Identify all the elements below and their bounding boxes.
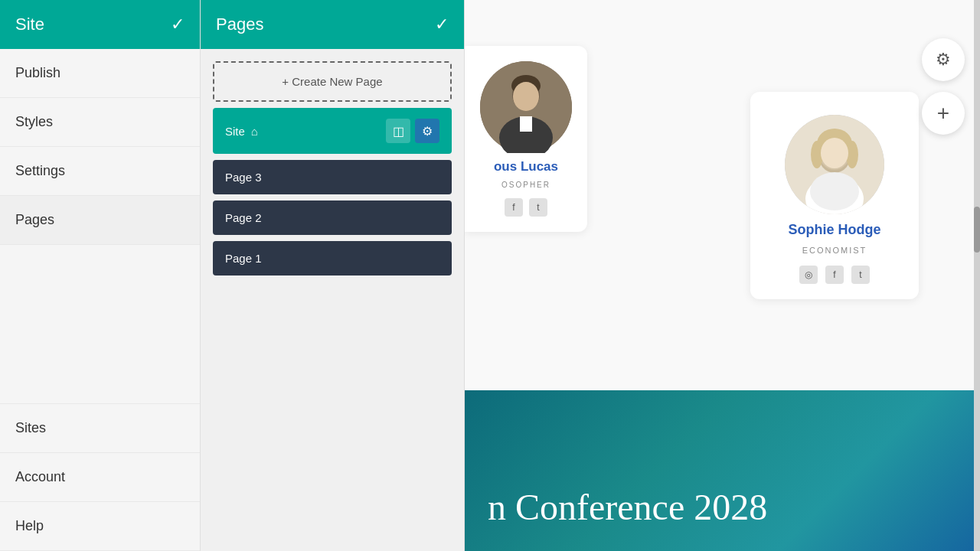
- sidebar-item-pages[interactable]: Pages: [0, 196, 200, 245]
- site-label: Site: [225, 125, 245, 138]
- home-icon: ⌂: [251, 125, 258, 138]
- gear-icon-button[interactable]: ⚙: [415, 119, 439, 143]
- partial-person-card: ous Lucas OSOPHER f t: [465, 46, 587, 232]
- partial-avatar-svg: [480, 61, 572, 153]
- sidebar-item-styles[interactable]: Styles: [0, 98, 200, 147]
- conference-section: n Conference 2028: [465, 390, 980, 551]
- plus-icon: +: [937, 101, 949, 126]
- pages-check-icon: ✓: [435, 15, 449, 34]
- sidebar-nav: Publish Styles Settings Pages Sites Acco…: [0, 49, 200, 551]
- site-item-left: Site ⌂: [225, 125, 258, 138]
- sidebar-item-publish[interactable]: Publish: [0, 49, 200, 98]
- main-content: Sophie Hodge ECONOMIST ◎ f t: [465, 0, 980, 551]
- sidebar-item-sites[interactable]: Sites: [0, 404, 200, 453]
- pages-title: Pages: [216, 15, 263, 34]
- instagram-icon[interactable]: ◎: [799, 266, 818, 284]
- gear-icon: ⚙: [936, 50, 951, 70]
- sidebar-check-icon: ✓: [171, 15, 185, 34]
- page-1-item[interactable]: Page 1: [213, 241, 452, 276]
- sophie-hodge-avatar: [785, 115, 884, 214]
- site-page-item[interactable]: Site ⌂ ◫ ⚙: [213, 108, 452, 154]
- floating-add-button[interactable]: +: [922, 92, 965, 135]
- svg-point-7: [821, 138, 848, 168]
- pages-content: + Create New Page Site ⌂ ◫ ⚙ Page 3 Page…: [201, 49, 464, 288]
- svg-rect-15: [520, 116, 532, 132]
- avatar-svg: [785, 115, 884, 214]
- conference-text: n Conference 2028: [488, 486, 767, 528]
- sidebar-item-account[interactable]: Account: [0, 453, 200, 502]
- sidebar-header: Site ✓: [0, 0, 200, 49]
- svg-point-13: [513, 82, 539, 111]
- scrollbar-thumb[interactable]: [974, 207, 980, 253]
- site-item-icons: ◫ ⚙: [386, 119, 439, 143]
- layers-icon-button[interactable]: ◫: [386, 119, 410, 143]
- scrollbar-track[interactable]: [974, 0, 980, 551]
- sidebar-spacer: [0, 245, 200, 404]
- floating-gear-button[interactable]: ⚙: [922, 38, 965, 81]
- partial-twitter-icon[interactable]: t: [529, 198, 547, 217]
- sidebar: Site ✓ Publish Styles Settings Pages Sit…: [0, 0, 201, 551]
- page-3-item[interactable]: Page 3: [213, 160, 452, 194]
- partial-socials: f t: [505, 198, 547, 217]
- partial-role: OSOPHER: [501, 181, 550, 189]
- sidebar-item-help[interactable]: Help: [0, 502, 200, 551]
- pages-panel: Pages ✓ + Create New Page Site ⌂ ◫ ⚙ Pag…: [201, 0, 465, 551]
- sophie-hodge-name: Sophie Hodge: [789, 222, 881, 238]
- sidebar-title: Site: [15, 15, 44, 34]
- sidebar-item-settings[interactable]: Settings: [0, 147, 200, 196]
- sophie-hodge-socials: ◎ f t: [799, 266, 870, 284]
- partial-facebook-icon[interactable]: f: [505, 198, 523, 217]
- page-2-item[interactable]: Page 2: [213, 201, 452, 235]
- create-new-page-button[interactable]: + Create New Page: [213, 61, 452, 102]
- facebook-icon[interactable]: f: [825, 266, 844, 284]
- svg-point-9: [810, 172, 859, 210]
- sophie-hodge-role: ECONOMIST: [802, 246, 867, 255]
- twitter-icon[interactable]: t: [851, 266, 870, 284]
- partial-avatar: [480, 61, 572, 153]
- pages-header: Pages ✓: [201, 0, 464, 49]
- sophie-hodge-card: Sophie Hodge ECONOMIST ◎ f t: [750, 92, 919, 299]
- partial-name: ous Lucas: [494, 159, 558, 174]
